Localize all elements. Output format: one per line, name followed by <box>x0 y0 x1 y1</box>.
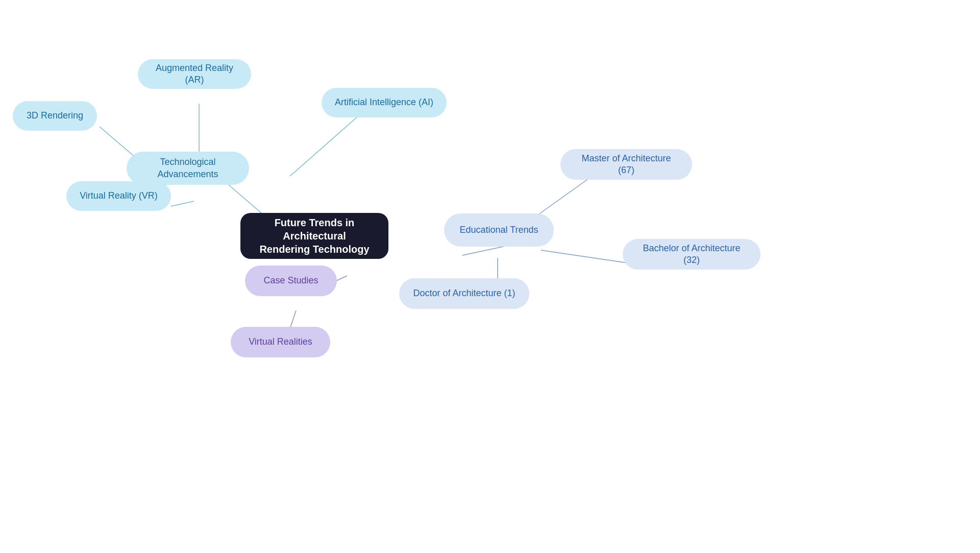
central-node[interactable]: Future Trends in Architectural Rendering… <box>240 213 388 259</box>
vr-node[interactable]: Virtual Reality (VR) <box>66 181 171 211</box>
doctor-architecture-node[interactable]: Doctor of Architecture (1) <box>399 278 529 309</box>
central-node-label: Future Trends in Architectural Rendering… <box>253 216 376 256</box>
svg-line-4 <box>290 117 357 176</box>
educational-trends-node[interactable]: Educational Trends <box>444 213 554 247</box>
bachelor-architecture-label: Bachelor of Architecture (32) <box>635 243 748 267</box>
3d-rendering-label: 3D Rendering <box>27 110 83 122</box>
augmented-reality-node[interactable]: Augmented Reality (AR) <box>138 59 251 89</box>
tech-advancements-node[interactable]: Technological Advancements <box>127 152 249 185</box>
vr-label: Virtual Reality (VR) <box>80 190 158 202</box>
ai-label: Artificial Intelligence (AI) <box>335 97 433 108</box>
master-architecture-node[interactable]: Master of Architecture (67) <box>560 149 692 180</box>
svg-line-3 <box>171 201 194 206</box>
3d-rendering-node[interactable]: 3D Rendering <box>13 101 97 131</box>
case-studies-label: Case Studies <box>263 275 318 286</box>
virtual-realities-label: Virtual Realities <box>249 336 312 348</box>
svg-line-7 <box>541 250 628 263</box>
augmented-reality-label: Augmented Reality (AR) <box>150 62 239 86</box>
doctor-architecture-label: Doctor of Architecture (1) <box>413 287 515 299</box>
master-architecture-label: Master of Architecture (67) <box>573 153 680 177</box>
ai-node[interactable]: Artificial Intelligence (AI) <box>322 88 447 117</box>
tech-advancements-label: Technological Advancements <box>139 156 237 180</box>
bachelor-architecture-node[interactable]: Bachelor of Architecture (32) <box>623 239 761 270</box>
educational-trends-label: Educational Trends <box>459 224 538 236</box>
case-studies-node[interactable]: Case Studies <box>245 266 337 296</box>
virtual-realities-node[interactable]: Virtual Realities <box>231 327 330 357</box>
